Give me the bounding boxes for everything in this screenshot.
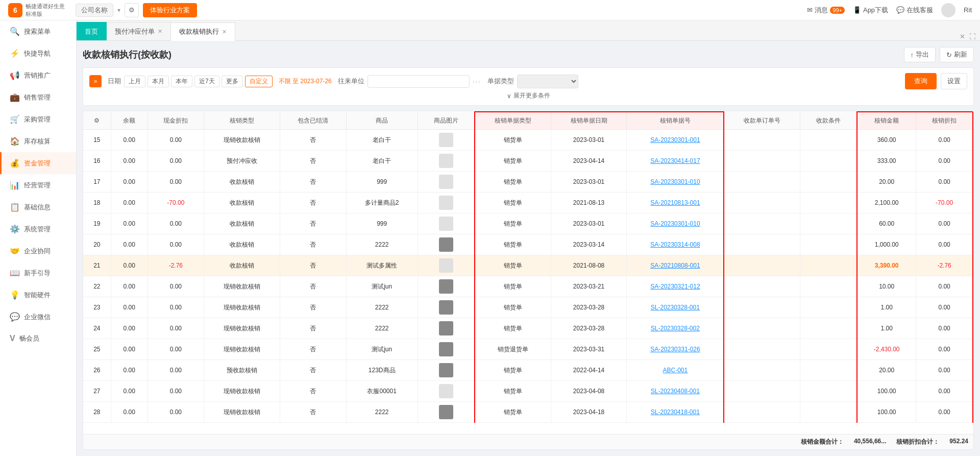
app-download-btn[interactable]: 📱 App下载 <box>853 6 888 15</box>
cell-cash-discount: 0.00 <box>148 318 204 339</box>
date-btn-this-month[interactable]: 本月 <box>148 76 169 87</box>
sidebar-item-purchase[interactable]: 🛒 采购管理 <box>0 108 76 130</box>
query-btn[interactable]: 查询 <box>905 73 937 89</box>
filter-expand-btn[interactable]: » <box>89 75 102 87</box>
cell-receipt-order-no <box>724 318 800 339</box>
cell-write-off-doc-no[interactable]: SA-20230321-012 <box>627 276 724 297</box>
cell-write-off-doc-no[interactable]: SA-20230301-010 <box>627 213 724 234</box>
cell-write-off-type: 现销收款核销 <box>204 318 280 339</box>
company-dropdown-arrow[interactable]: ▾ <box>117 7 120 14</box>
tab-write-off[interactable]: 收款核销执行 ✕ <box>171 22 235 41</box>
sidebar-item-operation[interactable]: 📊 经营管理 <box>0 174 76 196</box>
table-body: 15 0.00 0.00 现销收款核销 否 老白干 销货单 2023-03-01… <box>83 130 973 423</box>
cell-settled: 否 <box>280 402 346 423</box>
cell-write-off-amount: 333.00 <box>857 151 916 172</box>
tab-prepayment-close[interactable]: ✕ <box>158 28 162 35</box>
cell-write-off-doc-no[interactable]: SA-20230331-026 <box>627 339 724 360</box>
avatar[interactable] <box>941 3 955 17</box>
cell-write-off-amount: 60.00 <box>857 213 916 234</box>
export-btn[interactable]: ↑ 导出 <box>904 47 936 62</box>
cell-write-off-doc-no[interactable]: ABC-001 <box>627 360 724 381</box>
cell-no: 20 <box>83 234 111 255</box>
date-btn-custom[interactable]: 自定义 <box>245 76 273 87</box>
cell-cash-discount: 0.00 <box>148 381 204 402</box>
sidebar-label-search: 搜索菜单 <box>24 27 51 36</box>
cell-cash-discount: 0.00 <box>148 172 204 193</box>
cell-receipt-order-no <box>724 276 800 297</box>
expand-conditions-btn[interactable]: ∨ 展开更多条件 <box>89 91 967 100</box>
cell-write-off-type: 现销收款核销 <box>204 381 280 402</box>
cell-write-off-discount: 0.00 <box>916 172 973 193</box>
cell-write-off-doc-no[interactable]: SA-20230314-008 <box>627 234 724 255</box>
sidebar-label-quicknav: 快捷导航 <box>24 49 51 58</box>
cell-receipt-order-no <box>724 381 800 402</box>
industry-solution-btn[interactable]: 体验行业方案 <box>143 3 197 17</box>
sidebar-item-cooperation[interactable]: 🤝 企业协同 <box>0 240 76 262</box>
tab-expand[interactable]: ⛶ <box>969 33 976 40</box>
col-write-off-doc-type: 核销单据类型 <box>475 112 551 130</box>
filter-setting-btn[interactable]: 设置 <box>941 73 967 89</box>
receipt-type-select[interactable] <box>517 75 578 88</box>
cell-write-off-discount: 0.00 <box>916 234 973 255</box>
table-row: 28 0.00 0.00 现销收款核销 否 2222 销货单 2023-04-1… <box>83 402 973 423</box>
sidebar-item-guide[interactable]: 📖 新手引导 <box>0 262 76 284</box>
cell-balance: 0.00 <box>111 193 148 213</box>
sidebar-item-finance[interactable]: 💰 资金管理 <box>0 152 76 174</box>
col-product-img: 商品图片 <box>418 112 474 130</box>
sidebar-item-wechat[interactable]: 💬 企业微信 <box>0 306 76 328</box>
sidebar-item-search[interactable]: 🔍 搜索菜单 <box>0 20 76 42</box>
sidebar-item-member[interactable]: V 畅会员 <box>0 328 76 349</box>
cell-write-off-doc-no[interactable]: SL-20230328-002 <box>627 318 724 339</box>
cell-write-off-doc-no[interactable]: SL-20230418-001 <box>627 402 724 423</box>
cell-no: 26 <box>83 360 111 381</box>
online-service-btn[interactable]: 💬 在线客服 <box>896 6 933 15</box>
cell-write-off-doc-no[interactable]: SL-20230408-001 <box>627 381 724 402</box>
cell-write-off-discount: 0.00 <box>916 339 973 360</box>
cell-cash-discount: 0.00 <box>148 130 204 151</box>
col-settings[interactable]: ⚙ <box>83 112 111 130</box>
cell-no: 23 <box>83 297 111 318</box>
date-btn-last-month[interactable]: 上月 <box>124 76 145 87</box>
company-selector[interactable]: 公司名称 <box>76 4 113 17</box>
message-btn[interactable]: ✉ 消息 99+ <box>807 6 845 15</box>
cell-write-off-discount: 0.00 <box>916 213 973 234</box>
cell-product-img <box>418 297 474 318</box>
sidebar-label-inventory: 库存核算 <box>24 137 51 146</box>
cell-write-off-doc-no[interactable]: SA-20230414-017 <box>627 151 724 172</box>
cell-write-off-doc-no[interactable]: SA-20230301-001 <box>627 130 724 151</box>
tab-home[interactable]: 首页 <box>77 22 107 40</box>
tab-close-all[interactable]: ✕ <box>960 33 965 40</box>
sidebar-item-marketing[interactable]: 📢 营销推广 <box>0 64 76 86</box>
cell-write-off-doc-date: 2023-03-31 <box>551 339 627 360</box>
sidebar-item-system[interactable]: ⚙️ 系统管理 <box>0 218 76 240</box>
date-btn-this-year[interactable]: 本年 <box>171 76 192 87</box>
cell-write-off-doc-no[interactable]: SA-20210813-001 <box>627 193 724 213</box>
tab-write-off-close[interactable]: ✕ <box>222 29 227 35</box>
sidebar-item-quicknav[interactable]: ⚡ 快捷导航 <box>0 42 76 64</box>
date-btn-more[interactable]: 更多 <box>222 76 243 87</box>
user-name: Rit <box>964 6 972 14</box>
sidebar-item-basic[interactable]: 📋 基础信息 <box>0 196 76 218</box>
table-wrapper[interactable]: ⚙ 余额 现金折扣 核销类型 包含已结清 商品 商品图片 核销单据类型 核销单据… <box>83 111 973 434</box>
partner-input[interactable] <box>368 75 470 88</box>
cell-write-off-type: 收款核销 <box>204 255 280 276</box>
cell-write-off-discount: 0.00 <box>916 151 973 172</box>
sidebar-item-inventory[interactable]: 🏠 库存核算 <box>0 130 76 152</box>
cell-product-img <box>418 276 474 297</box>
settings-gear-btn[interactable]: ⚙ <box>125 3 139 17</box>
date-btn-7days[interactable]: 近7天 <box>194 76 219 87</box>
cell-receipt-condition <box>800 234 857 255</box>
sidebar-item-hardware[interactable]: 💡 智能硬件 <box>0 284 76 306</box>
tab-prepayment[interactable]: 预付冲应付单 ✕ <box>107 22 171 40</box>
cell-write-off-doc-no[interactable]: SA-20210808-001 <box>627 255 724 276</box>
refresh-btn[interactable]: ↻ 刷新 <box>940 47 974 62</box>
tab-write-off-label: 收款核销执行 <box>179 27 219 36</box>
cell-write-off-doc-no[interactable]: SA-20230301-010 <box>627 172 724 193</box>
cell-write-off-doc-no[interactable]: SL-20230328-001 <box>627 297 724 318</box>
sidebar-item-sales[interactable]: 💼 销售管理 <box>0 86 76 108</box>
cell-balance: 0.00 <box>111 172 148 193</box>
table-footer: 核销金额合计： 40,556,66... 核销折扣合计： 952.24 <box>83 434 973 449</box>
cell-write-off-amount: 1,000.00 <box>857 234 916 255</box>
cell-receipt-condition <box>800 172 857 193</box>
cell-no: 24 <box>83 318 111 339</box>
